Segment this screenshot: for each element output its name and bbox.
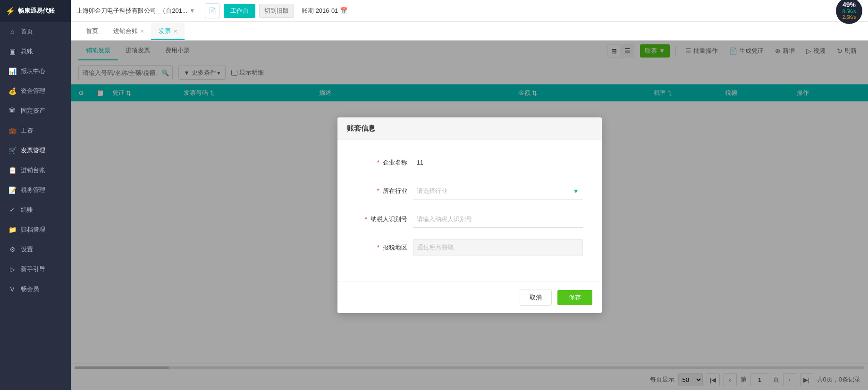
sidebar-item-member[interactable]: V 畅会员 (0, 279, 71, 299)
sidebar-item-home[interactable]: ⌂ 首页 (0, 22, 71, 41)
sidebar-item-label: 报表中心 (21, 67, 45, 75)
main-area: 上海卯金刀电子科技有限公司_（台201... ▼ 📄 工作台 切到旧版 账期 2… (71, 0, 868, 390)
sidebar-item-ledger[interactable]: ▣ 总账 (0, 41, 71, 61)
sidebar-item-label: 固定资产 (21, 107, 45, 115)
purchase-icon: 📋 (8, 166, 17, 174)
sidebar-item-assets[interactable]: 🏛 固定资产 (0, 101, 71, 121)
assets-icon: 🏛 (8, 107, 17, 115)
doc-icon-button[interactable]: 📄 (205, 3, 220, 18)
speed-down: 2.6K/s (843, 15, 856, 20)
sidebar-item-settings[interactable]: ⚙ 设置 (0, 240, 71, 259)
sidebar-item-capital[interactable]: 💰 资金管理 (0, 81, 71, 101)
sidebar-item-label: 畅会员 (21, 285, 39, 293)
ledger-icon: ▣ (8, 48, 17, 55)
dialog-title: 账套信息 (337, 117, 602, 140)
settle-icon: ✓ (8, 206, 17, 214)
reports-icon: 📊 (8, 67, 17, 75)
tax-region-placeholder: 通过税号获取 (417, 243, 454, 252)
tab-invoice[interactable]: 发票 × (151, 23, 184, 40)
form-row-tax-id: * 纳税人识别号 (356, 211, 583, 228)
sidebar-item-reports[interactable]: 📊 报表中心 (0, 61, 71, 81)
tabbar: 首页 进销台账 × 发票 × (71, 22, 868, 41)
label-text-2: 所在行业 (383, 187, 407, 194)
form-row-tax-region: * 报税地区 通过税号获取 (356, 239, 583, 256)
dialog-account-info: 账套信息 * 企业名称 * (337, 117, 602, 313)
speed-indicator: 49% 8.5K/s 2.6K/s (836, 0, 862, 24)
tab-purchase-label: 进销台账 (113, 27, 138, 35)
calendar-icon[interactable]: 📅 (340, 7, 347, 14)
sidebar-item-label: 税务管理 (21, 186, 45, 194)
sidebar-item-purchase[interactable]: 📋 进销台账 (0, 160, 71, 180)
sidebar-item-label: 新手引导 (21, 265, 45, 274)
speed-up: 8.5K/s (843, 9, 856, 15)
guide-icon: ▷ (8, 266, 17, 273)
company-name-input[interactable] (413, 154, 583, 171)
sidebar-item-archive[interactable]: 📁 归档管理 (0, 220, 71, 240)
sidebar-item-payroll[interactable]: 💼 工资 (0, 121, 71, 141)
sidebar-item-invoice[interactable]: 🛒 发票管理 (0, 141, 71, 160)
tax-icon: 📝 (8, 186, 17, 194)
required-star-2: * (377, 187, 379, 194)
required-star-4: * (377, 244, 379, 251)
form-label-industry: * 所在行业 (356, 187, 413, 195)
logo: ⚡ 畅康通易代账 (0, 0, 71, 22)
sidebar: ⚡ 畅康通易代账 ⌂ 首页 ▣ 总账 📊 报表中心 💰 资金管理 🏛 固定资产 … (0, 0, 71, 390)
workspace-button[interactable]: 工作台 (224, 4, 255, 18)
cancel-button[interactable]: 取消 (520, 290, 552, 306)
tax-region-readonly: 通过税号获取 (413, 239, 583, 256)
form-label-tax-id: * 纳税人识别号 (356, 215, 413, 224)
form-row-industry: * 所在行业 请选择行业 ▼ (356, 183, 583, 199)
capital-icon: 💰 (8, 87, 17, 95)
tab-home-label: 首页 (86, 27, 98, 35)
tab-invoice-label: 发票 (159, 27, 171, 35)
tab-purchase-close[interactable]: × (141, 28, 143, 34)
company-dropdown-icon: ▼ (189, 7, 195, 14)
form-label-company-name: * 企业名称 (356, 158, 413, 167)
settings-icon: ⚙ (8, 246, 17, 253)
sidebar-item-label: 资金管理 (21, 87, 45, 95)
sidebar-item-label: 首页 (21, 27, 33, 36)
sidebar-item-guide[interactable]: ▷ 新手引导 (0, 259, 71, 279)
dialog-overlay: 账套信息 * 企业名称 * (71, 41, 868, 390)
company-name: 上海卯金刀电子科技有限公司_（台201... (76, 7, 187, 15)
archive-icon: 📁 (8, 226, 17, 233)
topbar-right: 49% 8.5K/s 2.6K/s (836, 0, 862, 24)
dialog-footer: 取消 保存 (337, 282, 602, 313)
tab-home[interactable]: 首页 (78, 23, 106, 40)
switch-version-button[interactable]: 切到旧版 (259, 4, 294, 18)
speed-percent: 49% (843, 1, 856, 9)
label-text-4: 报税地区 (383, 244, 407, 251)
label-text: 企业名称 (383, 159, 407, 166)
sidebar-item-label: 归档管理 (21, 225, 45, 234)
payroll-icon: 💼 (8, 127, 17, 134)
tax-id-input[interactable] (413, 211, 583, 228)
sidebar-item-label: 发票管理 (21, 146, 45, 155)
tab-purchase[interactable]: 进销台账 × (106, 23, 151, 40)
required-star-3: * (365, 216, 367, 223)
industry-select-wrap: 请选择行业 ▼ (413, 183, 583, 199)
content-area: 销项发票 进项发票 费用小票 ⊞ ☰ 取票 (71, 41, 868, 390)
sidebar-item-settle[interactable]: ✓ 结账 (0, 200, 71, 220)
label-text-3: 纳税人识别号 (371, 216, 407, 223)
logo-icon: ⚡ (6, 7, 15, 16)
dialog-body: * 企业名称 * 所在行业 (337, 140, 602, 282)
sidebar-item-label: 工资 (21, 126, 33, 135)
sidebar-item-label: 进销台账 (21, 166, 45, 174)
save-button[interactable]: 保存 (557, 290, 592, 305)
company-selector[interactable]: 上海卯金刀电子科技有限公司_（台201... ▼ (76, 7, 195, 15)
member-icon: V (8, 285, 17, 293)
form-row-company-name: * 企业名称 (356, 154, 583, 171)
invoice-icon: 🛒 (8, 147, 17, 154)
sidebar-item-label: 设置 (21, 245, 33, 254)
sidebar-item-label: 结账 (21, 206, 33, 214)
topbar: 上海卯金刀电子科技有限公司_（台201... ▼ 📄 工作台 切到旧版 账期 2… (71, 0, 868, 22)
period-label: 账期 (302, 7, 314, 15)
period-value: 2016-01 (316, 7, 338, 14)
form-label-tax-region: * 报税地区 (356, 243, 413, 252)
logo-text: 畅康通易代账 (18, 7, 55, 15)
document-icon: 📄 (209, 7, 216, 14)
tab-invoice-close[interactable]: × (174, 28, 177, 34)
sidebar-item-tax[interactable]: 📝 税务管理 (0, 180, 71, 200)
required-star: * (377, 159, 379, 166)
industry-select[interactable]: 请选择行业 (413, 183, 583, 199)
